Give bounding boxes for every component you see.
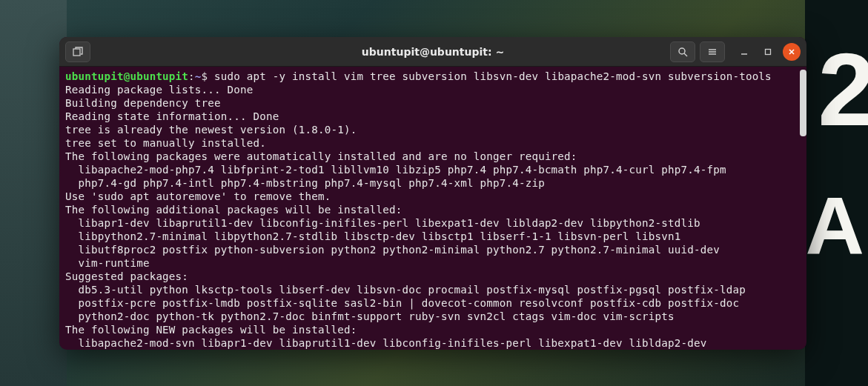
window-title: ubuntupit@ubuntupit: ~	[362, 46, 504, 58]
titlebar-left	[65, 41, 95, 62]
output-line: Use 'sudo apt autoremove' to remove them…	[65, 190, 801, 203]
titlebar-right	[670, 41, 801, 62]
output-line: vim-runtime	[65, 256, 801, 270]
search-button[interactable]	[670, 41, 695, 62]
close-icon	[788, 48, 795, 56]
prompt-user: ubuntupit@ubuntupit	[65, 70, 188, 82]
output-line: Reading package lists... Done	[65, 83, 801, 96]
output-line: libpython2.7-minimal libpython2.7-stdlib…	[65, 230, 801, 243]
close-button[interactable]	[783, 43, 801, 61]
output-line: libapache2-mod-svn libapr1-dev libapruti…	[65, 336, 801, 350]
output-line: db5.3-util python lksctp-tools libserf-d…	[65, 283, 801, 296]
wallpaper-left	[0, 0, 67, 386]
wallpaper-number: 2	[818, 30, 868, 150]
search-icon	[677, 47, 688, 57]
output-line: php7.4-gd php7.4-intl php7.4-mbstring ph…	[65, 176, 801, 190]
output-line: Building dependency tree	[65, 96, 801, 110]
output-line: tree is already the newest version (1.8.…	[65, 123, 801, 136]
output-line: libapache2-mod-php7.4 libfprint-2-tod1 l…	[65, 163, 801, 176]
output-line: The following additional packages will b…	[65, 203, 801, 216]
minimize-icon	[741, 48, 748, 56]
svg-line-2	[684, 53, 687, 56]
scrollbar-thumb[interactable]	[800, 70, 806, 136]
titlebar: ubuntupit@ubuntupit: ~	[59, 37, 806, 67]
command-text: sudo apt -y install vim tree subversion …	[214, 70, 772, 82]
hamburger-icon	[707, 47, 718, 57]
prompt-symbol: $	[202, 70, 214, 82]
output-line: python2-doc python-tk python2.7-doc binf…	[65, 310, 801, 323]
terminal-body[interactable]: ubuntupit@ubuntupit:~$ sudo apt -y insta…	[59, 67, 806, 350]
output-line: postfix-pcre postfix-lmdb postfix-sqlite…	[65, 296, 801, 310]
new-tab-icon	[73, 47, 83, 57]
terminal-window: ubuntupit@ubuntupit: ~ ubuntupit@ubuntup…	[59, 37, 806, 350]
prompt-colon: :	[188, 70, 195, 82]
output-line: Reading state information... Done	[65, 110, 801, 123]
svg-point-1	[679, 48, 685, 54]
maximize-icon	[764, 48, 772, 56]
output-line: The following NEW packages will be insta…	[65, 323, 801, 336]
wallpaper-letter: A	[806, 178, 864, 272]
output-line: The following packages were automaticall…	[65, 150, 801, 163]
output-line: libapr1-dev libaprutil1-dev libconfig-in…	[65, 216, 801, 230]
menu-button[interactable]	[700, 41, 725, 62]
output-line: Suggested packages:	[65, 270, 801, 283]
svg-rect-0	[73, 49, 80, 56]
prompt-line: ubuntupit@ubuntupit:~$ sudo apt -y insta…	[65, 70, 801, 83]
new-tab-button[interactable]	[65, 41, 90, 62]
svg-rect-7	[766, 49, 771, 54]
minimize-button[interactable]	[735, 43, 753, 61]
prompt-path: ~	[195, 70, 202, 82]
wallpaper-right: 2 A	[805, 0, 868, 386]
maximize-button[interactable]	[759, 43, 777, 61]
output-line: libutf8proc2 postfix python-subversion p…	[65, 243, 801, 256]
output-line: tree set to manually installed.	[65, 136, 801, 150]
